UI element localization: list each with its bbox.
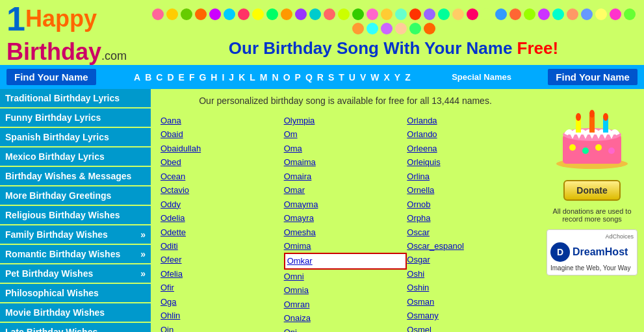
name-link[interactable]: Odette [161,225,284,239]
alpha-link-e[interactable]: E [177,71,186,83]
sidebar-label: Mexico Birthday Lyrics [5,151,105,162]
alpha-link-y[interactable]: Y [393,71,402,83]
alpha-link-l[interactable]: L [248,71,257,83]
name-link[interactable]: Omar [284,183,407,197]
name-link[interactable]: Omayma [284,198,407,211]
confetti-dot [452,8,464,20]
name-link[interactable]: Ocean [161,170,284,183]
sidebar-item-9[interactable]: Pet Birthday Wishes» [0,264,151,284]
alpha-link-x[interactable]: X [382,71,391,83]
name-link[interactable]: Omima [284,239,407,253]
confetti-dot [252,8,264,20]
name-link[interactable]: Orlina [407,170,530,183]
alpha-link-f[interactable]: F [188,71,196,83]
name-link[interactable]: Omkar [284,253,407,269]
name-link[interactable]: Oscar [407,225,530,239]
name-link[interactable]: Orleiquis [407,155,530,169]
name-link[interactable]: Oma [284,142,407,155]
confetti-dot [409,23,421,34]
name-link[interactable]: Omesha [284,225,407,239]
names-col-2: OrlandaOrlandoOrleenaOrleiquisOrlinaOrne… [407,114,530,332]
alpha-link-t[interactable]: T [337,71,346,83]
alpha-link-d[interactable]: D [166,71,175,83]
name-link[interactable]: Oana [161,114,284,127]
alpha-link-q[interactable]: Q [304,71,314,83]
sidebar-item-12[interactable]: Late Birthday Wishes [0,323,151,332]
sidebar-item-6[interactable]: Religious Birthday Wishes [0,206,151,225]
sidebar-item-1[interactable]: Funny Birthday Lyrics [0,109,151,128]
name-link[interactable]: Osgar [407,253,530,266]
alpha-link-b[interactable]: B [144,71,153,83]
alpha-link-u[interactable]: U [348,71,357,83]
sidebar-item-7[interactable]: Family Birthday Wishes» [0,225,151,245]
logo-birthday: Birthday [6,38,101,66]
alpha-link-j[interactable]: J [227,71,235,83]
name-link[interactable]: Oshi [407,267,530,281]
name-link[interactable]: Orleena [407,142,530,155]
name-link[interactable]: Obed [161,155,284,169]
name-link[interactable]: Om [284,127,407,141]
name-link[interactable]: Oditi [161,239,284,253]
find-name-right-button[interactable]: Find Your Name [548,69,638,85]
sidebar-item-5[interactable]: More Birthday Greetings [0,186,151,206]
alpha-link-r[interactable]: R [316,71,325,83]
name-link[interactable]: Orlando [407,127,530,141]
donate-button[interactable]: Donate [563,180,620,201]
sidebar-item-4[interactable]: Birthday Wishes & Messages [0,167,151,186]
name-link[interactable]: Oga [161,295,284,309]
name-link[interactable]: Ornob [407,198,530,211]
name-link[interactable]: Omaira [284,170,407,183]
name-link[interactable]: Ornella [407,183,530,197]
name-link[interactable]: Ofelia [161,267,284,281]
name-link[interactable]: Olympia [284,114,407,127]
name-link[interactable]: Omaima [284,155,407,169]
alpha-link-a[interactable]: A [133,71,142,83]
alpha-link-h[interactable]: H [209,71,218,83]
name-link[interactable]: Osman [407,295,530,309]
confetti-dot [166,8,178,20]
find-name-left-button[interactable]: Find Your Name [6,69,96,85]
dots-row [149,7,638,36]
name-link[interactable]: Orpha [407,211,530,225]
alpha-link-s[interactable]: S [327,71,335,83]
name-link[interactable]: Omnia [284,283,407,297]
alpha-link-p[interactable]: P [294,71,302,83]
sidebar-item-0[interactable]: Traditional Birthday Lyrics [0,89,151,109]
name-link[interactable]: Oin [161,323,284,332]
name-link[interactable]: Oshin [407,281,530,294]
name-link[interactable]: Odelia [161,211,284,225]
name-link[interactable]: Ofir [161,281,284,294]
alpha-link-v[interactable]: V [359,71,367,83]
name-link[interactable]: Omayra [284,211,407,225]
confetti-dot [438,8,450,20]
name-link[interactable]: Omni [284,270,407,283]
name-link[interactable]: Octavio [161,183,284,197]
alpha-link-n[interactable]: N [271,71,280,83]
alpha-link-w[interactable]: W [369,71,380,83]
name-link[interactable]: Ohlin [161,309,284,322]
name-link[interactable]: Osmany [407,309,530,322]
sidebar-item-3[interactable]: Mexico Birthday Lyrics [0,147,151,167]
sidebar-item-2[interactable]: Spanish Birthday Lyrics [0,128,151,147]
name-link[interactable]: Oddy [161,198,284,211]
sidebar-item-8[interactable]: Romantic Birthday Wishes» [0,245,151,264]
sidebar-item-11[interactable]: Movie Birthday Wishes [0,303,151,323]
name-link[interactable]: Oscar_espanol [407,239,530,253]
name-link[interactable]: Obaid [161,127,284,141]
alpha-link-k[interactable]: K [237,71,246,83]
name-link[interactable]: Obaidullah [161,142,284,155]
alpha-link-z[interactable]: Z [404,71,412,83]
name-link[interactable]: Osmel [407,323,530,332]
name-link[interactable]: Onaiza [284,311,407,325]
name-link[interactable]: Ofeer [161,253,284,266]
alpha-link-i[interactable]: I [220,71,225,83]
name-link[interactable]: Oni [284,326,407,332]
name-link[interactable]: Orlanda [407,114,530,127]
alpha-link-m[interactable]: M [259,71,269,83]
sidebar-item-10[interactable]: Philosophical Wishes [0,284,151,303]
alpha-link-o[interactable]: O [282,71,292,83]
name-link[interactable]: Omran [284,298,407,311]
special-names-link[interactable]: Special Names [452,72,511,82]
alpha-link-c[interactable]: C [155,71,164,83]
alpha-link-g[interactable]: G [198,71,207,83]
